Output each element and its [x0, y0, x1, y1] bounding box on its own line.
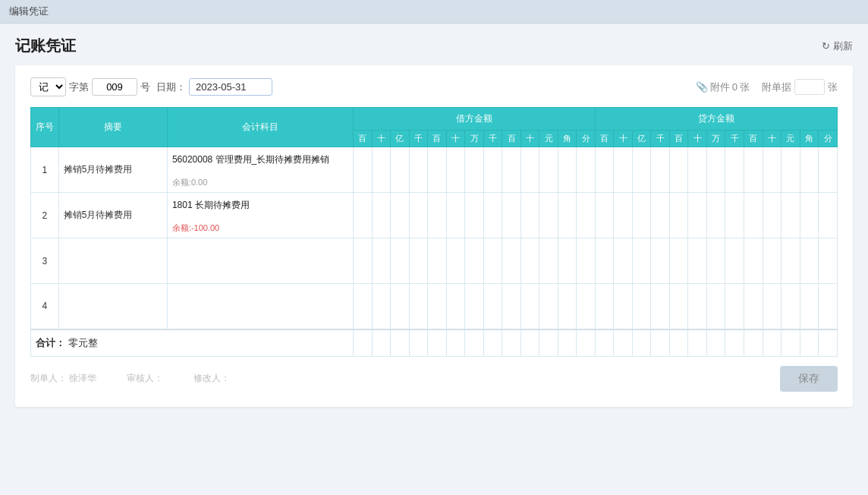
credit-digit-cell[interactable] [800, 193, 819, 238]
credit-digit-cell[interactable] [763, 238, 782, 284]
debit-digit-cell[interactable] [520, 284, 539, 329]
credit-digit-cell[interactable] [632, 147, 651, 193]
credit-digit-cell[interactable] [688, 193, 707, 238]
credit-digit-cell[interactable] [725, 284, 744, 329]
credit-digit-cell[interactable] [744, 147, 763, 193]
debit-digit-cell[interactable] [465, 284, 484, 329]
credit-digit-cell[interactable] [669, 284, 688, 329]
debit-digit-cell[interactable] [372, 193, 391, 238]
row-summary[interactable]: 摊销5月待摊费用 [58, 193, 167, 238]
credit-digit-cell[interactable] [614, 193, 633, 238]
debit-digit-cell[interactable] [428, 284, 447, 329]
credit-digit-cell[interactable] [595, 238, 614, 284]
credit-digit-cell[interactable] [651, 238, 670, 284]
debit-digit-cell[interactable] [372, 284, 391, 329]
debit-digit-cell[interactable] [465, 193, 484, 238]
credit-digit-cell[interactable] [651, 193, 670, 238]
debit-digit-cell[interactable] [354, 284, 373, 329]
credit-digit-cell[interactable] [800, 147, 819, 193]
debit-digit-cell[interactable] [428, 147, 447, 193]
credit-digit-cell[interactable] [744, 284, 763, 329]
row-account[interactable] [167, 238, 353, 284]
debit-digit-cell[interactable] [409, 193, 428, 238]
credit-digit-cell[interactable] [669, 238, 688, 284]
credit-digit-cell[interactable] [725, 147, 744, 193]
credit-digit-cell[interactable] [782, 284, 800, 329]
debit-digit-cell[interactable] [539, 147, 558, 193]
credit-digit-cell[interactable] [800, 238, 819, 284]
credit-digit-cell[interactable] [651, 284, 670, 329]
debit-digit-cell[interactable] [428, 193, 447, 238]
debit-digit-cell[interactable] [372, 147, 391, 193]
credit-digit-cell[interactable] [744, 238, 763, 284]
credit-digit-cell[interactable] [782, 147, 800, 193]
credit-digit-cell[interactable] [819, 284, 838, 329]
credit-digit-cell[interactable] [651, 147, 670, 193]
debit-digit-cell[interactable] [520, 238, 539, 284]
credit-digit-cell[interactable] [688, 238, 707, 284]
credit-digit-cell[interactable] [744, 193, 763, 238]
refresh-button[interactable]: ↻ 刷新 [822, 39, 853, 53]
credit-digit-cell[interactable] [595, 147, 614, 193]
row-summary[interactable] [58, 238, 167, 284]
debit-digit-cell[interactable] [409, 238, 428, 284]
credit-digit-cell[interactable] [763, 147, 782, 193]
credit-digit-cell[interactable] [614, 284, 633, 329]
credit-digit-cell[interactable] [782, 193, 800, 238]
debit-digit-cell[interactable] [391, 147, 410, 193]
debit-digit-cell[interactable] [558, 284, 577, 329]
debit-digit-cell[interactable] [391, 238, 410, 284]
debit-digit-cell[interactable] [391, 193, 410, 238]
debit-digit-cell[interactable] [577, 284, 596, 329]
credit-digit-cell[interactable] [706, 238, 725, 284]
credit-digit-cell[interactable] [595, 284, 614, 329]
voucher-type-select[interactable]: 记 [30, 77, 66, 96]
row-account[interactable]: 56020008 管理费用_长期待摊费用摊销余额:0.00 [167, 147, 353, 193]
debit-digit-cell[interactable] [354, 147, 373, 193]
debit-digit-cell[interactable] [502, 238, 521, 284]
debit-digit-cell[interactable] [558, 147, 577, 193]
credit-digit-cell[interactable] [614, 238, 633, 284]
credit-digit-cell[interactable] [688, 284, 707, 329]
debit-digit-cell[interactable] [354, 193, 373, 238]
row-summary[interactable]: 摊销5月待摊费用 [58, 147, 167, 193]
credit-digit-cell[interactable] [669, 193, 688, 238]
credit-digit-cell[interactable] [632, 238, 651, 284]
credit-digit-cell[interactable] [669, 147, 688, 193]
debit-digit-cell[interactable] [409, 147, 428, 193]
debit-digit-cell[interactable] [465, 238, 484, 284]
debit-digit-cell[interactable] [577, 147, 596, 193]
credit-digit-cell[interactable] [763, 193, 782, 238]
row-summary[interactable] [58, 284, 167, 329]
debit-digit-cell[interactable] [577, 238, 596, 284]
debit-digit-cell[interactable] [520, 147, 539, 193]
credit-digit-cell[interactable] [706, 193, 725, 238]
debit-digit-cell[interactable] [558, 238, 577, 284]
debit-digit-cell[interactable] [520, 193, 539, 238]
debit-digit-cell[interactable] [539, 238, 558, 284]
credit-digit-cell[interactable] [632, 193, 651, 238]
debit-digit-cell[interactable] [502, 284, 521, 329]
debit-digit-cell[interactable] [483, 193, 502, 238]
credit-digit-cell[interactable] [595, 193, 614, 238]
debit-digit-cell[interactable] [446, 193, 465, 238]
credit-digit-cell[interactable] [706, 284, 725, 329]
debit-digit-cell[interactable] [558, 193, 577, 238]
debit-digit-cell[interactable] [409, 284, 428, 329]
date-input[interactable] [189, 78, 272, 96]
debit-digit-cell[interactable] [539, 193, 558, 238]
credit-digit-cell[interactable] [688, 147, 707, 193]
credit-digit-cell[interactable] [725, 238, 744, 284]
debit-digit-cell[interactable] [465, 147, 484, 193]
debit-digit-cell[interactable] [428, 238, 447, 284]
row-account[interactable] [167, 284, 353, 329]
debit-digit-cell[interactable] [446, 284, 465, 329]
debit-digit-cell[interactable] [483, 238, 502, 284]
credit-digit-cell[interactable] [819, 147, 838, 193]
credit-digit-cell[interactable] [614, 147, 633, 193]
credit-digit-cell[interactable] [800, 284, 819, 329]
credit-digit-cell[interactable] [819, 238, 838, 284]
credit-digit-cell[interactable] [782, 238, 800, 284]
voucher-number-input[interactable] [92, 78, 137, 96]
debit-digit-cell[interactable] [577, 193, 596, 238]
